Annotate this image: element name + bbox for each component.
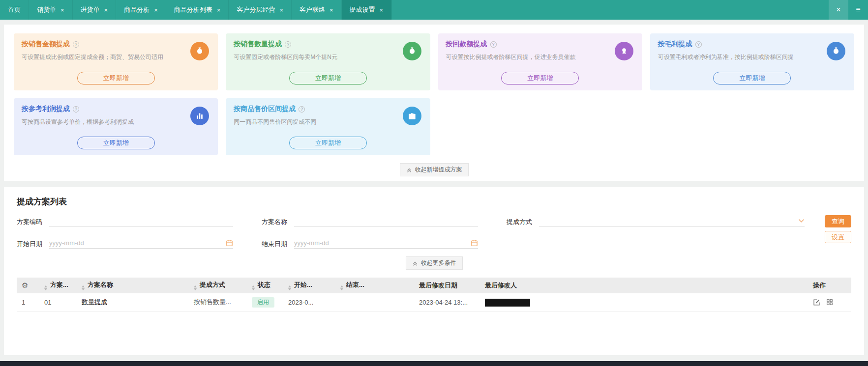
end-date-input[interactable]: [294, 239, 468, 247]
sort-icon[interactable]: [340, 285, 343, 290]
input-underline: [294, 239, 478, 249]
close-icon[interactable]: ×: [217, 7, 221, 13]
column-settings-header: ⚙: [17, 278, 39, 293]
sort-icon[interactable]: [44, 285, 47, 290]
card-head: 按商品售价区间提成 ?: [234, 105, 422, 113]
shopping-bag-icon: [403, 42, 421, 60]
section-title: 提成方案列表: [17, 196, 851, 207]
edit-icon[interactable]: [813, 299, 820, 306]
card-payment-collection-commission: 按回款额提成 ? 可设置按比例提或者阶梯区间提，促进业务员催款 立即新增: [438, 33, 642, 90]
sort-icon[interactable]: [194, 285, 197, 290]
card-sales-amount-commission: 按销售金额提成 ? 可设置提成比例或固定提成金额；商贸、贸易公司适用 立即新增: [14, 33, 218, 90]
plan-table: ⚙ 方案... 方案名称 提成方式 状态 开始... 结束... 最后修改日期 …: [17, 278, 851, 312]
start-date-input[interactable]: [49, 239, 223, 247]
tab-sales-order[interactable]: 销货单×: [29, 0, 73, 20]
gear-icon[interactable]: ⚙: [22, 281, 28, 289]
collapse-more-filters-button[interactable]: 收起更多条件: [406, 256, 463, 270]
commission-plan-list-panel: 提成方案列表 方案编码 方案名称 提成方式: [4, 187, 864, 355]
info-icon[interactable]: ?: [490, 41, 497, 48]
calendar-icon[interactable]: [471, 239, 478, 247]
info-icon[interactable]: ?: [285, 41, 291, 48]
card-title: 按销售数量提成: [234, 40, 282, 49]
grid-more-icon[interactable]: [826, 299, 833, 306]
topbar-actions: × ≡: [829, 0, 868, 20]
calendar-icon[interactable]: [226, 239, 233, 247]
close-icon[interactable]: ×: [60, 7, 64, 13]
add-now-button[interactable]: 立即新增: [501, 72, 579, 84]
tab-label: 进货单: [81, 5, 100, 14]
input-underline: [49, 217, 233, 226]
field-label: 开始日期: [17, 240, 42, 249]
close-icon[interactable]: ×: [104, 7, 108, 13]
add-now-button[interactable]: 立即新增: [713, 72, 791, 84]
filter-area: 方案编码 方案名称 提成方式: [17, 217, 851, 249]
header-operations: 操作: [808, 278, 851, 293]
plan-code-field: 方案编码: [17, 217, 233, 226]
sort-icon[interactable]: [252, 285, 255, 290]
header-plan-name[interactable]: 方案名称: [77, 278, 189, 293]
card-description: 可设置固定或者阶梯区间每卖M个提N元: [234, 53, 393, 69]
add-now-button[interactable]: 立即新增: [77, 137, 155, 149]
input-underline: [294, 217, 478, 226]
header-commission-method[interactable]: 提成方式: [189, 278, 247, 293]
card-title: 按销售金额提成: [22, 40, 70, 49]
cell-commission-method: 按销售数量...: [189, 293, 247, 311]
cell-modified-date: 2023-04-24 13:...: [414, 293, 480, 311]
status-badge: 启用: [252, 297, 274, 308]
card-title: 按商品售价区间提成: [234, 105, 296, 113]
close-icon[interactable]: ×: [329, 7, 333, 13]
collapse-new-plans-button[interactable]: 收起新增提成方案: [400, 163, 469, 176]
tab-product-analysis[interactable]: 商品分析×: [116, 0, 166, 20]
header-status[interactable]: 状态: [247, 278, 283, 293]
bar-chart-icon: [190, 107, 209, 125]
sort-icon[interactable]: [82, 285, 85, 290]
card-description: 同一商品不同售价区间提成不同: [234, 117, 393, 134]
tab-commission-settings[interactable]: 提成设置×: [342, 0, 392, 20]
tab-purchase-order[interactable]: 进货单×: [73, 0, 117, 20]
table-row[interactable]: 1 01 数量提成 按销售数量... 启用 2023-0... 2023-04-…: [17, 293, 851, 311]
header-last-modified-date[interactable]: 最后修改日期: [414, 278, 480, 293]
info-icon[interactable]: ?: [73, 106, 79, 113]
tab-label: 客户分层经营: [237, 5, 275, 14]
tab-label: 首页: [8, 5, 21, 14]
field-label: 方案编码: [17, 218, 42, 226]
commission-method-select[interactable]: [539, 217, 795, 225]
add-now-button[interactable]: 立即新增: [289, 137, 367, 149]
header-label: 方案...: [50, 281, 68, 288]
close-all-tabs-button[interactable]: ×: [829, 0, 848, 20]
cell-operations: [808, 293, 851, 311]
tab-label: 客户联络: [299, 5, 325, 14]
info-icon[interactable]: ?: [73, 41, 79, 48]
settings-button[interactable]: 设置: [825, 231, 851, 243]
header-last-modified-by[interactable]: 最后修改人: [480, 278, 808, 293]
add-now-button[interactable]: 立即新增: [289, 72, 367, 84]
header-plan-code[interactable]: 方案...: [39, 278, 77, 293]
tab-menu-button[interactable]: ≡: [848, 0, 868, 20]
tab-product-analysis-list[interactable]: 商品分析列表×: [166, 0, 229, 20]
sort-icon[interactable]: [288, 285, 291, 290]
tab-home[interactable]: 首页: [0, 0, 29, 20]
tab-bar: 首页 销货单× 进货单× 商品分析× 商品分析列表× 客户分层经营× 客户联络×…: [0, 0, 868, 20]
cell-modified-by: [480, 293, 808, 311]
plan-name-link[interactable]: 数量提成: [82, 298, 107, 306]
tab-customer-segmentation[interactable]: 客户分层经营×: [229, 0, 292, 20]
chevron-down-icon[interactable]: [798, 219, 805, 223]
info-icon[interactable]: ?: [695, 41, 702, 48]
tab-customer-contact[interactable]: 客户联络×: [292, 0, 342, 20]
close-icon[interactable]: ×: [154, 7, 158, 13]
page-content: 按销售金额提成 ? 可设置提成比例或固定提成金额；商贸、贸易公司适用 立即新增 …: [4, 25, 864, 355]
header-start-date[interactable]: 开始...: [283, 278, 335, 293]
add-now-button[interactable]: 立即新增: [77, 72, 155, 84]
close-icon[interactable]: ×: [279, 7, 283, 13]
cell-row-index: 1: [17, 293, 39, 311]
close-icon[interactable]: ×: [380, 7, 384, 13]
plan-code-input[interactable]: [49, 217, 233, 225]
search-button[interactable]: 查询: [825, 215, 851, 227]
header-end-date[interactable]: 结束...: [335, 278, 414, 293]
cell-start-date: 2023-0...: [283, 293, 335, 311]
tab-label: 提成设置: [350, 5, 375, 14]
end-date-field: 结束日期: [262, 239, 478, 249]
info-icon[interactable]: ?: [299, 106, 305, 113]
plan-name-field: 方案名称: [262, 217, 478, 226]
plan-name-input[interactable]: [294, 217, 478, 225]
